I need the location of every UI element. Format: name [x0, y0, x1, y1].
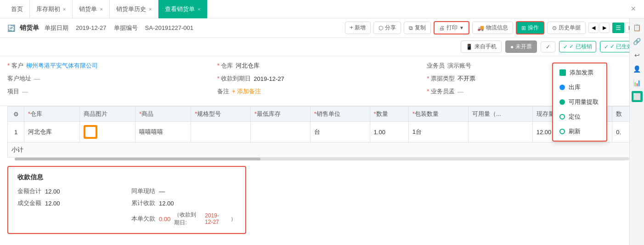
- col-product: *商品: [135, 107, 191, 122]
- actual-value: 12.00: [45, 200, 60, 207]
- payment-info-box: 收款信息 金额合计 12.00 同单现结 — 成交金额 12.00 累计收款 1…: [7, 166, 246, 234]
- warehouse-label: 仓库: [217, 62, 233, 70]
- dropdown-add-invoice[interactable]: 添加发票: [553, 65, 606, 80]
- tab-sales-history[interactable]: 销货单历史 ×: [110, 0, 158, 18]
- form-row-1: 客户 柳州粤港平安气体有限公司 仓库 河北仓库 业务员 演示账号: [7, 62, 637, 70]
- cell-available: [468, 122, 532, 142]
- share-button[interactable]: ⬡ 分享: [373, 22, 401, 34]
- logistics-button[interactable]: 🚚 物流信息: [472, 22, 513, 34]
- grid-icon: ⊞: [521, 25, 526, 31]
- list-view-btn[interactable]: ☰: [612, 23, 624, 33]
- total-value: 12.00: [45, 188, 60, 195]
- close-tab-view-sales[interactable]: ×: [198, 6, 200, 12]
- address-field: 客户地址 —: [7, 74, 217, 83]
- form-section: 客户 柳州粤港平安气体有限公司 仓库 河北仓库 业务员 演示账号 客户地址 —: [0, 56, 644, 106]
- subtotal-cell: 小计: [8, 142, 637, 158]
- history-button[interactable]: ⊙ 历史单据: [547, 22, 586, 34]
- window-close-button[interactable]: ×: [627, 4, 639, 13]
- cell-min-stock: [250, 122, 310, 142]
- col-gear[interactable]: ⚙: [8, 107, 24, 122]
- add-invoice-label: 添加发票: [570, 68, 593, 77]
- top-toolbar: 🔄 销货单 单据日期 2019-12-27 单据编号 SA-20191227-0…: [0, 18, 644, 38]
- payment-title: 收款信息: [17, 173, 236, 182]
- add-note-button[interactable]: + 添加备注: [232, 87, 261, 96]
- dropdown-available-extract[interactable]: 可用量提取: [553, 95, 606, 109]
- payment-date-value: 2019-12-27: [254, 75, 284, 82]
- tab-bar-right: ×: [627, 4, 639, 14]
- salesperson-value: —: [458, 88, 463, 95]
- same-order-label: 同单现结: [131, 187, 155, 195]
- dropdown-outbound[interactable]: 出库: [553, 80, 606, 95]
- address-value: —: [34, 75, 40, 82]
- date-value: 2019-12-27: [76, 24, 107, 31]
- operation-button[interactable]: ⊞ 操作: [516, 21, 544, 34]
- project-label: 项目: [7, 87, 19, 96]
- table-row: 1 河北仓库 嘻嘻嘻嘻 台 1.00 1台: [8, 122, 637, 142]
- dropdown-locate[interactable]: 定位: [553, 109, 606, 124]
- close-tab-sales-history[interactable]: ×: [149, 6, 152, 12]
- close-tab-sales[interactable]: ×: [100, 6, 102, 12]
- table-scrollbar[interactable]: [15, 158, 629, 160]
- from-phone-button[interactable]: 📱 来自手机: [461, 40, 502, 53]
- customer-value[interactable]: 柳州粤港平安气体有限公司: [26, 62, 98, 70]
- sidebar-icon-chart[interactable]: 📊: [632, 77, 643, 88]
- customer-label: 客户: [7, 62, 23, 70]
- cell-warehouse: 河北仓库: [24, 122, 80, 142]
- print-button[interactable]: 🖨 打印 ▼: [434, 21, 469, 34]
- locate-icon: [559, 114, 565, 120]
- close-tab-inventory[interactable]: ×: [63, 6, 66, 12]
- cumulative-label: 累计收款: [131, 199, 155, 207]
- sidebar-icon-link[interactable]: 🔗: [632, 36, 643, 47]
- share-icon: ⬡: [378, 25, 383, 31]
- cumulative-value: 12.00: [159, 200, 174, 207]
- second-toolbar: 📱 来自手机 ● 未开票 ✓ ✓ ✓ 已核销 ✓ ✓ 已生效: [0, 38, 644, 56]
- cell-product: 嘻嘻嘻嘻: [135, 122, 191, 142]
- table-section: ⚙ *仓库 商品图片 *商品 *规格型号 *最低库存 *销售单位 *数量 *包装…: [0, 106, 644, 160]
- cell-image: [79, 122, 135, 142]
- confirm-check-button[interactable]: ✓: [541, 41, 555, 52]
- next-arrow[interactable]: ▶: [599, 23, 610, 33]
- history-icon: ⊙: [552, 25, 557, 31]
- table-header-row: ⚙ *仓库 商品图片 *商品 *规格型号 *最低库存 *销售单位 *数量 *包装…: [8, 107, 637, 122]
- balance-row: 本单欠款 0.00 （收款到期日: 2019-12-27 ）: [131, 211, 236, 227]
- balance-label: 本单欠款: [131, 215, 155, 223]
- customer-field: 客户 柳州粤港平安气体有限公司: [7, 62, 217, 70]
- col-min-stock: *最低库存: [250, 107, 310, 122]
- sidebar-icon-expand[interactable]: ⬜: [632, 91, 643, 102]
- prev-arrow[interactable]: ◀: [588, 23, 599, 33]
- form-row-3: 项目 — 备注 + 添加备注 业务员孟 —: [7, 87, 637, 96]
- tab-view-sales-order[interactable]: 查看销货单 ×: [158, 0, 207, 18]
- actual-row: 成交金额 12.00: [17, 199, 122, 207]
- locate-label: 定位: [569, 113, 581, 121]
- cumulative-row: 累计收款 12.00: [131, 199, 236, 207]
- form-row-2: 客户地址 — 收款到期日 2019-12-27 票据类型 不开票: [7, 74, 637, 83]
- warehouse-field: 仓库 河北仓库: [217, 62, 427, 70]
- sidebar-icon-return[interactable]: ↩: [632, 50, 643, 61]
- note-label: 备注: [217, 87, 229, 96]
- cell-pkg-qty: 1台: [408, 122, 468, 142]
- tab-inventory-init[interactable]: 库存期初 ×: [30, 0, 73, 18]
- right-sidebar: 📋 🔗 ↩ 👤 📊 ⬜: [629, 18, 644, 245]
- balance-value: 0.00: [159, 216, 170, 222]
- due-suffix: ）: [231, 215, 236, 223]
- copy-button[interactable]: ⧉ 复制: [404, 22, 431, 34]
- project-field: 项目 —: [7, 87, 217, 96]
- not-open-ticket-button[interactable]: ● 未开票: [505, 40, 537, 53]
- date-label: 单据日期: [45, 24, 68, 32]
- payment-total-row: 金额合计 12.00: [17, 187, 122, 195]
- operation-dropdown: 添加发票 出库 可用量提取 定位 刷新: [552, 63, 607, 142]
- payment-grid: 金额合计 12.00 同单现结 — 成交金额 12.00 累计收款 12.00: [17, 187, 236, 227]
- sidebar-icon-clipboard[interactable]: 📋: [632, 22, 643, 33]
- col-image: 商品图片: [79, 107, 135, 122]
- tab-home[interactable]: 首页: [5, 0, 30, 18]
- available-icon: [559, 99, 565, 105]
- new-button[interactable]: + 新增: [345, 22, 371, 34]
- staff-label: 业务员: [427, 62, 445, 70]
- dropdown-refresh[interactable]: 刷新: [553, 124, 606, 139]
- warehouse-value: 河北仓库: [236, 62, 260, 70]
- sidebar-icon-user[interactable]: 👤: [632, 63, 643, 74]
- tab-sales-order[interactable]: 销货单 ×: [73, 0, 109, 18]
- col-available: 可用量（...: [468, 107, 532, 122]
- subtotal-row: 小计: [8, 142, 637, 158]
- cell-spec: [191, 122, 250, 142]
